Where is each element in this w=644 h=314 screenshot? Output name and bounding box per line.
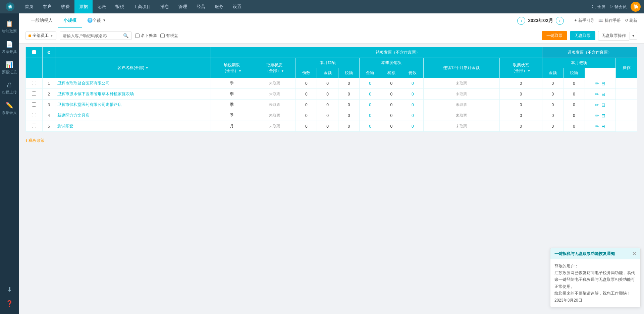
period-next-btn[interactable]: › bbox=[556, 17, 564, 25]
sidebar-item-summary[interactable]: 📊 票据汇总 bbox=[0, 58, 19, 78]
sidebar-item-download[interactable]: ⬇ bbox=[0, 282, 19, 297]
row-sales-month-amount: 0 bbox=[317, 89, 338, 100]
nav-economy[interactable]: 经营 bbox=[192, 0, 210, 13]
name-filter-icon[interactable]: ▼ bbox=[146, 66, 149, 70]
period-filter-icon[interactable]: ▼ bbox=[238, 69, 241, 73]
row-input-month-amount: 0 bbox=[542, 89, 563, 100]
tax-policy-label[interactable]: 税务政策 bbox=[29, 138, 45, 143]
search-box: 🔍 bbox=[60, 32, 132, 40]
no-disk-ops-arrow[interactable]: ▼ bbox=[629, 32, 637, 40]
tab-general[interactable]: 一般纳税人 bbox=[25, 13, 58, 28]
row-checkbox[interactable] bbox=[32, 124, 36, 128]
row-checkbox[interactable] bbox=[32, 102, 36, 107]
cumulative-link[interactable]: 0 bbox=[412, 103, 414, 107]
employee-select[interactable]: 全部员工 ▼ bbox=[25, 32, 56, 40]
tax-disk-checkbox[interactable] bbox=[160, 34, 165, 38]
nav-home[interactable]: 首页 bbox=[20, 0, 38, 13]
quarter-amount-link[interactable]: 0 bbox=[369, 92, 371, 97]
sidebar-item-smart-fetch[interactable]: 📋 智能取票 bbox=[0, 17, 19, 37]
row-checkbox[interactable] bbox=[32, 91, 36, 96]
input-status-filter-icon[interactable]: ▼ bbox=[527, 69, 530, 73]
th-month-sales: 本月销项 bbox=[296, 58, 360, 68]
header-settings-col: ⚙ bbox=[42, 47, 55, 58]
nav-account[interactable]: 记账 bbox=[93, 0, 111, 13]
row-name-link[interactable]: 新建区方方文具店 bbox=[57, 113, 90, 118]
nav-tax[interactable]: 报税 bbox=[111, 0, 129, 13]
nav-settings[interactable]: 设置 bbox=[228, 0, 246, 13]
cumulative-link[interactable]: 0 bbox=[412, 92, 414, 97]
row-action-cell: ✏ ⊟ bbox=[585, 110, 616, 121]
row-num: 3 bbox=[48, 103, 50, 107]
sidebar-item-issue[interactable]: 📄 发票开具 bbox=[0, 37, 19, 58]
guide-btn[interactable]: ✦ 新手引导 bbox=[574, 18, 594, 23]
member-btn[interactable]: ▷ 畅会员 bbox=[609, 4, 627, 10]
row-name-link[interactable]: 卫辉市汲水镇下园湖省烟草木种植家庭农场 bbox=[57, 91, 134, 96]
period-prev-btn[interactable]: ‹ bbox=[517, 17, 525, 25]
edit-icon[interactable]: ✏ bbox=[595, 113, 599, 118]
quarter-amount-link[interactable]: 0 bbox=[369, 124, 371, 129]
nav-msg[interactable]: 消息 bbox=[156, 0, 174, 13]
notification-close-btn[interactable]: ✕ bbox=[632, 251, 636, 256]
quarter-amount-link[interactable]: 0 bbox=[369, 113, 371, 118]
edit-icon[interactable]: ✏ bbox=[595, 91, 599, 97]
tab-all[interactable]: 🌐 全能 ▼ bbox=[82, 13, 111, 28]
row-name-link[interactable]: 卫辉市保和堂医药有限公司走幡路店 bbox=[57, 102, 122, 107]
cumulative-link[interactable]: 0 bbox=[412, 113, 414, 118]
search-button[interactable]: 🔍 bbox=[120, 32, 131, 40]
sub-header-row1: 客户名称(全部) ▼ 纳税期限（全部）▼ 取票状态（全部）▼ 本月销项 本季度销… bbox=[26, 58, 637, 68]
row-name-link[interactable]: 卫辉市玖玖健合医药有限公司 bbox=[57, 81, 110, 85]
edit-icon[interactable]: ✏ bbox=[595, 81, 599, 86]
more-icon[interactable]: ⊟ bbox=[601, 113, 605, 118]
row-checkbox[interactable] bbox=[32, 113, 36, 117]
nav-right-actions: ⛶ 全屏 ▷ 畅会员 畅 bbox=[592, 2, 641, 12]
period-right-actions: ✦ 新手引导 📖 操作手册 ↺ 刷新 bbox=[574, 18, 637, 23]
my-account-checkbox[interactable] bbox=[135, 34, 140, 38]
cumulative-link[interactable]: 0 bbox=[412, 124, 414, 129]
refresh-btn[interactable]: ↺ 刷新 bbox=[625, 18, 637, 23]
more-icon[interactable]: ⊟ bbox=[601, 81, 605, 86]
more-icon[interactable]: ⊟ bbox=[601, 91, 605, 97]
cumulative-link[interactable]: 0 bbox=[412, 81, 414, 86]
nav-service[interactable]: 服务 bbox=[210, 0, 228, 13]
more-icon[interactable]: ⊟ bbox=[601, 102, 605, 108]
select-all-checkbox[interactable] bbox=[32, 50, 36, 54]
row-checkbox[interactable] bbox=[32, 81, 36, 85]
nav-fee[interactable]: 收费 bbox=[56, 0, 74, 13]
th-name: 客户名称(全部) ▼ bbox=[55, 58, 211, 78]
sidebar-item-entry[interactable]: ✏️ 票据录入 bbox=[0, 98, 19, 119]
row-action-cell: ✏ ⊟ bbox=[585, 100, 616, 110]
sidebar-item-help[interactable]: ❓ bbox=[0, 297, 19, 311]
nav-business[interactable]: 工商项目 bbox=[129, 0, 156, 13]
notification-title: 一键报税与无盘取票功能恢复通知 bbox=[554, 251, 615, 257]
sidebar-item-scan[interactable]: 🖨 扫描上传 bbox=[0, 78, 19, 98]
row-checkbox-cell bbox=[26, 78, 43, 89]
search-input[interactable] bbox=[60, 32, 120, 40]
tax-footer[interactable]: ℹ 税务政策 bbox=[19, 135, 644, 146]
manual-btn[interactable]: 📖 操作手册 bbox=[598, 18, 621, 23]
no-disk-fetch-btn[interactable]: 无盘取票 bbox=[570, 31, 595, 40]
checkbox-tax-disk[interactable]: 有税盘 bbox=[160, 33, 178, 39]
th-period: 纳税期限（全部）▼ bbox=[211, 58, 253, 78]
nav-client[interactable]: 客户 bbox=[38, 0, 56, 13]
nav-manage[interactable]: 管理 bbox=[174, 0, 192, 13]
row-name-link[interactable]: 测试账套 bbox=[57, 124, 73, 128]
quarter-amount-link[interactable]: 0 bbox=[369, 81, 371, 86]
edit-icon[interactable]: ✏ bbox=[595, 102, 599, 108]
avatar[interactable]: 畅 bbox=[631, 2, 641, 12]
notification-body: 尊敬的用户： 江苏政务网已恢复访问电子税务局功能，易代账一键登陆电子税务局与无盘… bbox=[550, 259, 640, 307]
row-cumulative-amount: 0 bbox=[402, 78, 423, 89]
checkbox-my-account[interactable]: 名下账套 bbox=[135, 33, 157, 39]
quarter-amount-link[interactable]: 0 bbox=[369, 103, 371, 107]
one-click-fetch-btn[interactable]: 一键取票 bbox=[542, 31, 567, 40]
fullscreen-btn[interactable]: ⛶ 全屏 bbox=[592, 4, 605, 10]
no-disk-ops-main[interactable]: 无盘取票操作 bbox=[598, 31, 629, 41]
row-name-cell: 测试账套 bbox=[55, 121, 211, 132]
more-icon[interactable]: ⊟ bbox=[601, 124, 605, 129]
row-sales-status-cell: 未取票 bbox=[253, 110, 296, 121]
tab-small[interactable]: 小规模 bbox=[58, 13, 82, 28]
sales-status-filter-icon[interactable]: ▼ bbox=[281, 69, 284, 73]
edit-icon[interactable]: ✏ bbox=[595, 124, 599, 129]
settings-icon[interactable]: ⚙ bbox=[47, 50, 51, 55]
employee-dot bbox=[29, 35, 31, 37]
nav-invoice[interactable]: 票据 bbox=[74, 0, 93, 13]
